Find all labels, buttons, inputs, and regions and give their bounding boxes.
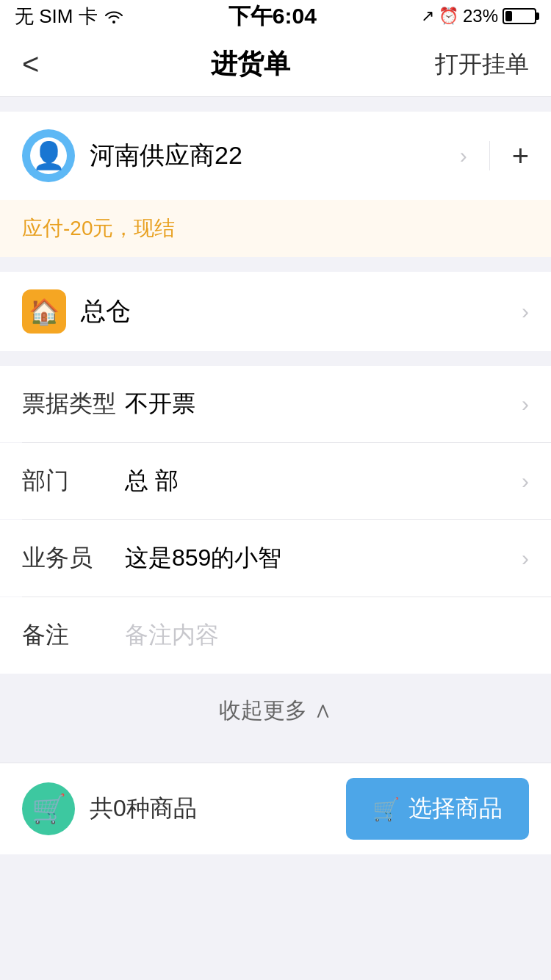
chevron-right-icon: › [522,546,529,571]
battery-text: 23% [463,6,498,26]
product-info: 🛒 共0种商品 [22,782,197,835]
wifi-icon [104,9,124,24]
alarm-icon: ⏰ [439,7,458,26]
page-background [0,854,551,980]
warehouse-icon: 🏠 [29,297,60,326]
select-product-button[interactable]: 🛒 选择商品 [346,778,529,840]
invoice-type-label: 票据类型 [22,388,125,420]
salesman-value: 这是859的小智 [125,542,522,574]
section-gap-3 [0,351,551,366]
product-count: 共0种商品 [90,793,197,825]
nav-bar: < 进货单 打开挂单 [0,32,551,97]
status-bar: 无 SIM 卡 下午6:04 ↗ ⏰ 23% [0,0,551,32]
remark-label: 备注 [22,619,125,652]
product-icon-wrap: 🛒 [22,782,75,835]
remark-input[interactable]: 备注内容 [125,619,529,652]
salesman-row[interactable]: 业务员 这是859的小智 › [0,520,551,597]
supplier-section[interactable]: 👤 河南供应商22 › + [0,112,551,200]
chevron-right-icon[interactable]: › [460,143,467,168]
warehouse-section[interactable]: 🏠 总仓 › [0,272,551,351]
supplier-actions: › + [460,140,529,173]
open-pending-button[interactable]: 打开挂单 [435,48,529,81]
notice-banner: 应付-20元，现结 [0,200,551,257]
avatar: 👤 [22,129,75,182]
page-title: 进货单 [211,46,290,82]
section-gap-4 [0,748,551,763]
user-icon: 👤 [32,140,65,171]
department-row[interactable]: 部门 总 部 › [0,443,551,519]
status-icons: ↗ ⏰ 23% [421,6,536,26]
status-carrier: 无 SIM 卡 [15,4,124,29]
battery-icon [503,8,536,24]
carrier-text: 无 SIM 卡 [15,4,98,29]
salesman-label: 业务员 [22,542,125,574]
divider [489,141,490,170]
section-gap-2 [0,257,551,272]
notice-text: 应付-20元，现结 [22,217,175,239]
status-time: 下午6:04 [228,1,317,32]
invoice-type-value: 不开票 [125,388,522,420]
invoice-type-row[interactable]: 票据类型 不开票 › [0,366,551,442]
select-product-icon: 🛒 [372,796,400,822]
back-button[interactable]: < [22,48,66,81]
section-gap-1 [0,97,551,112]
chevron-right-icon: › [522,392,529,417]
bottom-bar: 🛒 共0种商品 🛒 选择商品 [0,763,551,854]
department-label: 部门 [22,465,125,497]
add-supplier-button[interactable]: + [512,140,529,173]
chevron-right-icon: › [522,299,529,324]
warehouse-icon-wrap: 🏠 [22,289,66,334]
warehouse-name: 总仓 [81,295,507,328]
chevron-right-icon: › [522,469,529,494]
supplier-name: 河南供应商22 [90,139,445,173]
collapse-button[interactable]: 收起更多 ∧ [0,674,551,748]
location-icon: ↗ [421,7,434,26]
select-product-label: 选择商品 [408,793,503,825]
remark-row[interactable]: 备注 备注内容 [0,597,551,674]
department-value: 总 部 [125,465,522,497]
product-icon: 🛒 [32,793,66,825]
